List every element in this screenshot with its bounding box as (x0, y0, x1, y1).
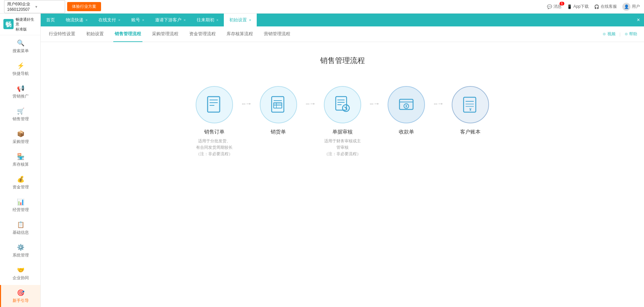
tab-period[interactable]: 往来期初 × (191, 14, 224, 26)
subtab-marketing-flow[interactable]: 营销管理流程 (262, 26, 292, 42)
message-item[interactable]: 💬 消息 6 (547, 4, 562, 9)
svg-rect-2 (208, 97, 220, 112)
experience-button[interactable]: 体验行业方案 (67, 2, 101, 11)
flow-step-sales-order: 销售订单 适用于分批发货、有合同发货周期较长（注：非必要流程） (184, 86, 245, 158)
user-label: 用户690企业1660120507 (7, 1, 34, 12)
sidebar-item-quicknav[interactable]: ⚡ 快捷导航 (0, 58, 40, 81)
subtab-industry[interactable]: 行业特性设置 (47, 26, 77, 42)
sub-tabs: 行业特性设置 初始设置 销售管理流程 采购管理流程 资金管理流程 库存核算流程 (41, 26, 644, 42)
step-circle-invoice (260, 86, 297, 123)
quicknav-icon: ⚡ (17, 62, 24, 69)
tab-payment-close[interactable]: × (118, 18, 120, 22)
sidebar-item-search[interactable]: 🔍 搜索菜单 (0, 35, 40, 58)
tab-account[interactable]: 账号 × (126, 14, 150, 26)
step-name-invoice: 销货单 (271, 129, 286, 135)
operation-icon: 📊 (17, 198, 24, 206)
sidebar-label-quicknav: 快捷导航 (13, 71, 29, 77)
svg-text:畅: 畅 (5, 21, 12, 28)
tab-period-label: 往来期初 (197, 17, 214, 23)
user-name: 用户 (632, 4, 640, 9)
video-link[interactable]: ⊙ 视频 (603, 31, 615, 37)
step-circle-receipt: ¥ (388, 86, 425, 123)
svg-text:¥: ¥ (405, 104, 407, 108)
nav-tabs: 首页 物流快递 × 在线支付 × 账号 × 邀请下游客户 × 往来期初 × (41, 14, 644, 26)
main-layout: 畅 畅捷通好生意 标准版 🔍 搜索菜单 ⚡ 快捷导航 📢 营销推广 🛒 销售管理… (0, 14, 644, 307)
step-circle-review (324, 86, 361, 123)
newguide-icon: 🎯 (17, 289, 24, 296)
tab-account-close[interactable]: × (142, 18, 144, 22)
sidebar-item-operation[interactable]: 📊 经营管理 (0, 194, 40, 217)
subtab-purchase-flow[interactable]: 采购管理流程 (151, 26, 180, 42)
help-link[interactable]: ⊙ 帮助 (625, 31, 637, 37)
invoice-icon (269, 95, 288, 114)
flow-steps: 销售订单 适用于分批发货、有合同发货周期较长（注：非必要流程） ···→ (61, 86, 624, 158)
step-name-ledger: 客户账本 (460, 129, 481, 135)
subtab-industry-label: 行业特性设置 (49, 31, 75, 37)
avatar: 👤 (622, 3, 630, 11)
subtab-sales-flow[interactable]: 销售管理流程 (113, 26, 142, 42)
sidebar-item-enterprise[interactable]: 🤝 企业协同 (0, 262, 40, 285)
flow-step-receipt: ¥ 收款单 (376, 86, 437, 138)
sidebar-item-newguide[interactable]: 🎯 新手引导 (0, 285, 40, 307)
close-all-button[interactable]: × (633, 17, 644, 23)
sidebar-label-base: 基础信息 (13, 230, 29, 236)
tab-payment-label: 在线支付 (98, 17, 116, 23)
svg-text:¥: ¥ (469, 107, 472, 111)
tab-initial[interactable]: 初始设置 × (224, 14, 256, 26)
flow-step-review: 单据审核 适用于财务审核或主管审核（注：非必要流程） (312, 86, 373, 158)
tab-logistics[interactable]: 物流快递 × (60, 14, 93, 26)
tab-period-close[interactable]: × (216, 18, 218, 22)
user-avatar-item[interactable]: 👤 用户 (622, 3, 640, 11)
sidebar-item-sales[interactable]: 🛒 销售管理 (0, 103, 40, 126)
app-label: App下载 (573, 4, 589, 9)
message-badge: 6 (560, 2, 564, 5)
subtab-inventory-flow[interactable]: 库存核算流程 (225, 26, 254, 42)
sidebar-item-purchase[interactable]: 📦 采购管理 (0, 126, 40, 149)
sidebar-label-marketing: 营销推广 (13, 94, 29, 99)
flow-title: 销售管理流程 (61, 56, 624, 66)
system-icon: ⚙️ (17, 244, 24, 251)
sidebar: 畅 畅捷通好生意 标准版 🔍 搜索菜单 ⚡ 快捷导航 📢 营销推广 🛒 销售管理… (0, 14, 41, 307)
tab-initial-close[interactable]: × (249, 18, 251, 22)
sidebar-item-finance[interactable]: 💰 资金管理 (0, 171, 40, 194)
subtab-finance-flow[interactable]: 资金管理流程 (188, 26, 217, 42)
app-download-item[interactable]: 📱 App下载 (567, 4, 589, 9)
service-item[interactable]: 🎧 在线客服 (594, 4, 617, 9)
review-icon (333, 95, 352, 114)
tab-payment[interactable]: 在线支付 × (93, 14, 125, 26)
subtab-purchase-flow-label: 采购管理流程 (152, 31, 178, 37)
step-name-sales-order: 销售订单 (204, 129, 225, 135)
logo-line1: 畅捷通好生意 (16, 17, 37, 27)
subtab-initial[interactable]: 初始设置 (85, 26, 105, 42)
base-icon: 📋 (17, 221, 24, 228)
page-content: 行业特性设置 初始设置 销售管理流程 采购管理流程 资金管理流程 库存核算流程 (41, 26, 644, 307)
ledger-icon: ¥ (461, 95, 480, 114)
tab-home[interactable]: 首页 (41, 14, 60, 26)
sidebar-label-newguide: 新手引导 (13, 298, 29, 304)
enterprise-icon: 🤝 (17, 266, 24, 274)
user-select[interactable]: 用户690企业1660120507 ▾ (4, 0, 65, 13)
content-area: 首页 物流快递 × 在线支付 × 账号 × 邀请下游客户 × 往来期初 × (41, 14, 644, 307)
tab-initial-label: 初始设置 (229, 17, 247, 23)
tab-invitedown-close[interactable]: × (183, 18, 186, 22)
tab-invitedown[interactable]: 邀请下游客户 × (150, 14, 191, 26)
sidebar-label-inventory: 库存核算 (13, 162, 29, 167)
top-bar-right: 💬 消息 6 📱 App下载 🎧 在线客服 👤 用户 (547, 3, 640, 11)
inventory-icon: 🏪 (17, 153, 24, 160)
subtab-inventory-flow-label: 库存核算流程 (227, 31, 253, 37)
sidebar-label-enterprise: 企业协同 (13, 275, 29, 281)
sidebar-item-marketing[interactable]: 📢 营销推广 (0, 81, 40, 103)
search-icon: 🔍 (17, 39, 24, 47)
subtab-sales-flow-label: 销售管理流程 (115, 31, 141, 37)
purchase-icon: 📦 (17, 130, 24, 138)
sidebar-item-base[interactable]: 📋 基础信息 (0, 217, 40, 240)
logo-text: 畅捷通好生意 标准版 (16, 17, 37, 32)
sidebar-label-operation: 经营管理 (13, 207, 29, 213)
flow-step-ledger: ¥ 客户账本 (440, 86, 501, 138)
sidebar-item-system[interactable]: ⚙️ 系统管理 (0, 240, 40, 262)
receipt-icon: ¥ (397, 95, 416, 114)
sidebar-item-inventory[interactable]: 🏪 库存核算 (0, 149, 40, 171)
tab-logistics-close[interactable]: × (85, 18, 87, 22)
service-label: 在线客服 (601, 4, 617, 9)
sidebar-label-finance: 资金管理 (13, 184, 29, 190)
